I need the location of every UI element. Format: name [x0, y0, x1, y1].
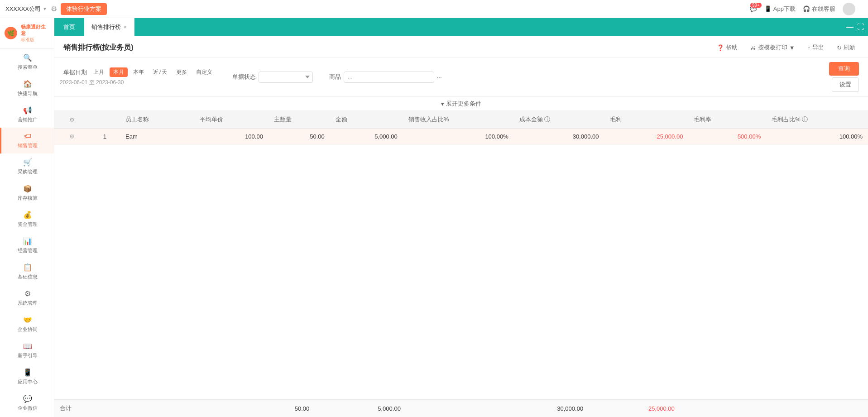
- help-icon: ❓: [717, 44, 724, 51]
- cell-gross-pct: 100.00%: [766, 129, 868, 145]
- tab-bar-actions: — ⛶: [846, 23, 868, 31]
- app-download-link[interactable]: 📱 App下载: [764, 5, 796, 13]
- date-opt-this-month[interactable]: 本月: [110, 67, 128, 77]
- sidebar-item-search[interactable]: 🔍 搜索菜单: [0, 49, 54, 75]
- cell-sales-pct: 100.00%: [403, 129, 514, 145]
- sidebar-item-corp[interactable]: 🤝 企业协同: [0, 311, 54, 337]
- settings-icon[interactable]: ⚙: [51, 5, 57, 13]
- footer-label: 合计: [60, 404, 132, 412]
- footer-cell-empty1: [132, 405, 224, 412]
- sidebar-item-operations[interactable]: 📊 经营管理: [0, 232, 54, 259]
- tag-icon: 🏷: [24, 132, 31, 140]
- export-button[interactable]: ↑ 导出: [804, 42, 828, 53]
- tab-bar: 首页 销售排行榜 × — ⛶: [54, 18, 868, 36]
- content-area: 首页 销售排行榜 × — ⛶ 销售排行榜(按业务员) ❓ 帮助: [54, 18, 868, 417]
- sidebar: 🌿 畅康通好生意 标准版 🔍 搜索菜单 🏠 快捷导航 📢 营销推广 🏷 销售管理…: [0, 18, 54, 417]
- cell-name: Eam: [120, 129, 194, 145]
- page-actions: ❓ 帮助 🖨 按模板打印 ▼ ↑ 导出 ↻ 刷新: [713, 42, 859, 53]
- sidebar-label-basic: 基础信息: [18, 273, 38, 280]
- print-icon: 🖨: [750, 44, 756, 51]
- tab-home[interactable]: 首页: [54, 18, 84, 36]
- wechat-icon: 💬: [23, 394, 32, 403]
- footer-cells: 50.00 5,000.00 30,000.00 -25,000.00: [132, 405, 863, 412]
- cell-gross: -25,000.00: [604, 129, 689, 145]
- date-opt-last-month[interactable]: 上月: [90, 67, 108, 77]
- more-btn[interactable]: ···: [437, 74, 442, 81]
- industry-button[interactable]: 体验行业方案: [61, 3, 107, 15]
- svg-text:🌿: 🌿: [7, 30, 15, 37]
- sidebar-item-basic[interactable]: 📋 基础信息: [0, 259, 54, 285]
- company-name: XXXXXX公司: [5, 5, 41, 13]
- sidebar-item-purchase[interactable]: 🛒 采购管理: [0, 153, 54, 180]
- col-settings[interactable]: ⚙: [54, 111, 90, 129]
- sidebar-item-guide[interactable]: 📖 新手引导: [0, 337, 54, 364]
- cell-cost: 30,000.00: [514, 129, 604, 145]
- status-filter-group: 单据状态: [232, 72, 313, 83]
- sidebar-label-search: 搜索菜单: [18, 64, 38, 71]
- fullscreen-tab-icon[interactable]: ⛶: [857, 23, 864, 31]
- chevron-down-icon: ▼: [43, 6, 47, 11]
- date-opt-custom[interactable]: 自定义: [192, 67, 216, 77]
- main-layout: 🌿 畅康通好生意 标准版 🔍 搜索菜单 🏠 快捷导航 📢 营销推广 🏷 销售管理…: [0, 18, 868, 417]
- avatar[interactable]: [843, 3, 855, 15]
- logo-sub: 标准版: [21, 37, 50, 43]
- top-bar: XXXXXX公司 ▼ ⚙ 体验行业方案 💬 99+ 📱 App下载 🎧 在线客服: [0, 0, 868, 18]
- cart-icon: 🛒: [23, 158, 32, 167]
- table-footer: 合计 50.00 5,000.00 30,000.00 -25,000.00: [54, 399, 868, 417]
- print-chevron-icon: ▼: [789, 44, 795, 51]
- sidebar-label-marketing: 营销推广: [18, 116, 38, 123]
- query-button[interactable]: 查询: [829, 62, 859, 76]
- sidebar-item-marketing[interactable]: 📢 营销推广: [0, 101, 54, 128]
- money-icon: 💰: [23, 211, 32, 219]
- export-icon: ↑: [808, 44, 811, 51]
- app-download-label: App下载: [773, 5, 796, 13]
- logo-text: 畅康通好生意: [21, 24, 50, 37]
- logo-area: 🌿 畅康通好生意 标准版: [0, 18, 54, 49]
- col-avg-price: 平均单价: [194, 111, 269, 129]
- goods-input[interactable]: [344, 72, 434, 83]
- close-icon[interactable]: ×: [124, 24, 127, 30]
- date-opt-this-year[interactable]: 本年: [129, 67, 148, 77]
- date-opt-7days[interactable]: 近7天: [149, 67, 171, 77]
- col-name: 员工名称: [120, 111, 194, 129]
- cell-main-qty: 50.00: [269, 129, 330, 145]
- col-gross: 毛利: [604, 111, 689, 129]
- cell-amount: 5,000.00: [330, 129, 403, 145]
- message-icon[interactable]: 💬 99+: [750, 5, 757, 12]
- table-row: ⚙ 1 Eam 100.00 50.00 5,000.00 100.00% 30…: [54, 129, 868, 145]
- col-main-qty: 主数量: [269, 111, 330, 129]
- sidebar-item-apps[interactable]: 📱 应用中心: [0, 364, 54, 390]
- status-select[interactable]: [259, 72, 313, 83]
- expand-button[interactable]: ▾ 展开更多条件: [441, 100, 481, 108]
- sidebar-item-sales[interactable]: 🏷 销售管理: [0, 128, 54, 153]
- message-badge: 99+: [750, 3, 762, 8]
- sidebar-item-inventory[interactable]: 📦 库存核算: [0, 180, 54, 206]
- minimize-tab-icon[interactable]: —: [846, 23, 854, 31]
- sidebar-item-finance[interactable]: 💰 资金管理: [0, 206, 54, 232]
- expand-label: 展开更多条件: [446, 100, 481, 108]
- date-opt-more[interactable]: 更多: [173, 67, 191, 77]
- company-selector[interactable]: XXXXXX公司 ▼: [5, 5, 47, 13]
- settings-button[interactable]: 设置: [832, 77, 859, 92]
- date-range-display: 2023-06-01 至 2023-06-30: [60, 79, 216, 86]
- sidebar-item-shortcut[interactable]: 🏠 快捷导航: [0, 75, 54, 101]
- book-icon: 📖: [23, 342, 32, 350]
- help-button[interactable]: ❓ 帮助: [713, 42, 741, 53]
- list-icon: 📋: [23, 263, 32, 272]
- tab-sales-ranking[interactable]: 销售排行榜 ×: [84, 18, 134, 36]
- refresh-button[interactable]: ↻ 刷新: [833, 42, 859, 53]
- expand-row: ▾ 展开更多条件: [54, 97, 868, 111]
- sidebar-item-wechat[interactable]: 💬 企业微信: [0, 390, 54, 416]
- cell-avg-price: 100.00: [194, 129, 269, 145]
- handshake-icon: 🤝: [23, 316, 32, 324]
- col-rank: [90, 111, 120, 129]
- print-button[interactable]: 🖨 按模板打印 ▼: [747, 42, 799, 53]
- print-label: 按模板打印: [758, 43, 787, 52]
- sidebar-label-corp: 企业协同: [18, 326, 38, 333]
- refresh-icon: ↻: [837, 44, 842, 51]
- cell-settings[interactable]: ⚙: [54, 129, 90, 145]
- top-bar-left: XXXXXX公司 ▼ ⚙ 体验行业方案: [5, 3, 107, 15]
- sidebar-item-system[interactable]: ⚙ 系统管理: [0, 285, 54, 311]
- online-service-link[interactable]: 🎧 在线客服: [803, 5, 835, 13]
- phone-icon: 📱: [764, 5, 772, 12]
